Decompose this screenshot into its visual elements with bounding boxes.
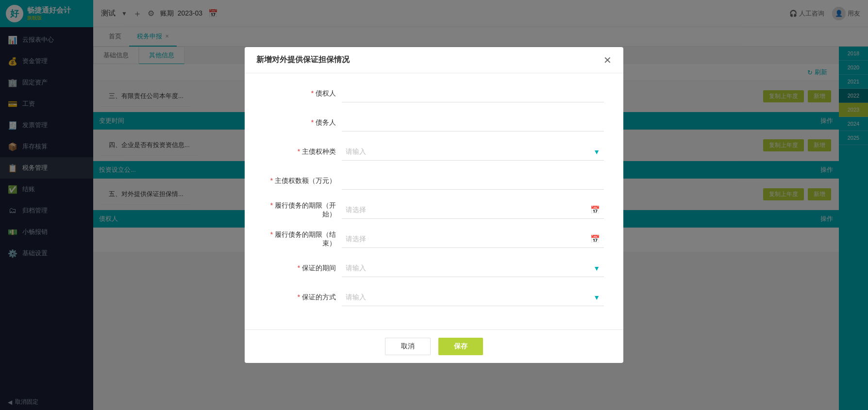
- guarantee-method-placeholder: 请输入: [346, 293, 366, 302]
- form-field-debt-type: * 主债权种类 请输入 ▼: [264, 143, 604, 161]
- form-field-guarantee-period: * 保证的期间 请输入 ▼: [264, 260, 604, 277]
- debt-type-select[interactable]: 请输入 ▼: [342, 143, 604, 161]
- form-label-start-date: * 履行债务的期限（开始）: [264, 201, 342, 219]
- form-label-creditor: * 债权人: [264, 89, 342, 98]
- form-field-end-date: * 履行债务的期限（结束） 请选择 📅: [264, 230, 604, 248]
- form-label-end-date: * 履行债务的期限（结束）: [264, 230, 342, 248]
- save-button[interactable]: 保存: [438, 338, 483, 355]
- form-field-guarantee-method: * 保证的方式 请输入 ▼: [264, 289, 604, 306]
- creditor-input[interactable]: [342, 85, 604, 102]
- guarantee-period-select[interactable]: 请输入 ▼: [342, 260, 604, 277]
- form-label-debt-type: * 主债权种类: [264, 148, 342, 156]
- dialog: 新增对外提供保证担保情况 ✕ * 债权人 * 债务人: [245, 47, 623, 363]
- start-date-picker[interactable]: 请选择 📅: [342, 201, 604, 219]
- cancel-button[interactable]: 取消: [385, 338, 431, 355]
- dialog-title: 新增对外提供保证担保情况: [256, 55, 350, 65]
- dialog-header: 新增对外提供保证担保情况 ✕: [245, 47, 623, 73]
- start-date-calendar-icon: 📅: [590, 205, 600, 214]
- end-date-calendar-icon: 📅: [590, 234, 600, 244]
- guarantee-period-chevron-icon: ▼: [593, 264, 600, 272]
- dialog-body: * 债权人 * 债务人 * 主债权种类 请输入: [245, 73, 623, 329]
- form-field-debtor: * 债务人: [264, 114, 604, 131]
- form-field-start-date: * 履行债务的期限（开始） 请选择 📅: [264, 201, 604, 219]
- guarantee-period-placeholder: 请输入: [346, 264, 366, 273]
- debt-type-placeholder: 请输入: [346, 148, 366, 156]
- form-field-creditor: * 债权人: [264, 85, 604, 102]
- form-field-debt-amount: * 主债权数额（万元）: [264, 172, 604, 190]
- end-date-placeholder: 请选择: [346, 235, 366, 244]
- start-date-placeholder: 请选择: [346, 206, 366, 214]
- guarantee-method-chevron-icon: ▼: [593, 294, 600, 301]
- form-label-debt-amount: * 主债权数额（万元）: [264, 177, 342, 185]
- modal-overlay: 新增对外提供保证担保情况 ✕ * 债权人 * 债务人: [0, 0, 868, 410]
- dialog-close-button[interactable]: ✕: [603, 55, 612, 65]
- form-label-guarantee-method: * 保证的方式: [264, 293, 342, 302]
- form-label-debtor: * 债务人: [264, 118, 342, 127]
- debt-amount-input[interactable]: [342, 172, 604, 190]
- guarantee-method-select[interactable]: 请输入 ▼: [342, 289, 604, 306]
- dialog-footer: 取消 保存: [245, 329, 623, 363]
- form-label-guarantee-period: * 保证的期间: [264, 264, 342, 273]
- end-date-picker[interactable]: 请选择 📅: [342, 230, 604, 248]
- debtor-input[interactable]: [342, 114, 604, 131]
- debt-type-chevron-icon: ▼: [593, 148, 600, 156]
